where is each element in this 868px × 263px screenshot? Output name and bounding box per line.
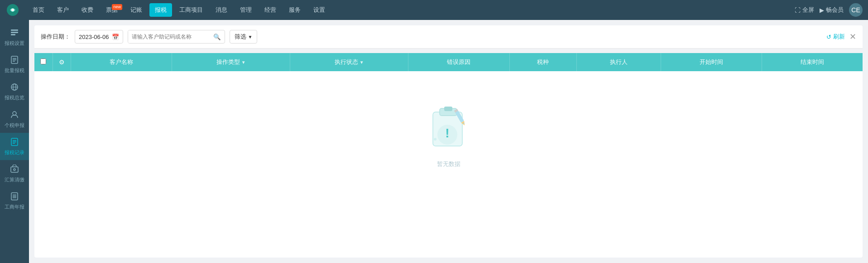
content-area: 操作日期： 2023-06-06 📅 🔍 筛选 ▼ ↺ 刷新 ✕ bbox=[29, 20, 868, 263]
sidebar-item-annual-report[interactable]: 工商年报 bbox=[0, 187, 29, 214]
nav-item-clients[interactable]: 客户 bbox=[52, 3, 74, 17]
svg-point-31 bbox=[434, 138, 436, 141]
date-label: 操作日期： bbox=[41, 33, 70, 41]
empty-state: ! 暂无数据 bbox=[34, 71, 863, 195]
nav-item-tax[interactable]: 报税 bbox=[149, 3, 172, 17]
sidebar-item-batch-tax[interactable]: 批量报税 bbox=[0, 51, 29, 78]
svg-point-32 bbox=[463, 122, 465, 124]
nav-item-settings[interactable]: 设置 bbox=[308, 3, 331, 17]
personal-tax-icon bbox=[10, 110, 19, 121]
svg-rect-2 bbox=[11, 29, 18, 31]
th-execStatus[interactable]: 执行状态▼ bbox=[290, 53, 408, 71]
search-button[interactable]: 🔍 bbox=[210, 30, 225, 43]
sidebar-item-label-batch-tax: 批量报税 bbox=[5, 68, 24, 73]
sidebar-item-label-settlement: 汇算清缴 bbox=[5, 177, 24, 183]
sidebar-item-personal-tax[interactable]: 个税申报 bbox=[0, 106, 29, 133]
filter-bar: 操作日期： 2023-06-06 📅 🔍 筛选 ▼ ↺ 刷新 ✕ bbox=[34, 25, 863, 49]
membership-icon: ▶ bbox=[820, 7, 824, 14]
nav-item-billing[interactable]: 收费 bbox=[76, 3, 99, 17]
batch-tax-icon bbox=[10, 55, 19, 66]
svg-point-12 bbox=[13, 112, 16, 115]
refresh-icon: ↺ bbox=[826, 34, 831, 40]
sidebar: 报税设置批量报税报税总览个税申报报税记录汇算清缴工商年报 bbox=[0, 20, 29, 263]
sidebar-item-label-personal-tax: 个税申报 bbox=[5, 122, 24, 128]
fullscreen-icon: ⛶ bbox=[795, 7, 801, 14]
close-button[interactable]: ✕ bbox=[849, 33, 856, 41]
app-logo[interactable] bbox=[5, 3, 20, 17]
search-box: 🔍 bbox=[128, 30, 225, 44]
svg-point-1 bbox=[11, 9, 14, 11]
avatar[interactable]: CE bbox=[849, 3, 863, 17]
calendar-icon: 📅 bbox=[112, 34, 119, 40]
th-errorReason: 错误原因 bbox=[408, 53, 510, 71]
tax-settings-icon bbox=[10, 28, 19, 39]
gear-icon[interactable]: ⚙ bbox=[59, 58, 65, 66]
th-endTime: 结束时间 bbox=[762, 53, 863, 71]
th-gear: ⚙ bbox=[53, 53, 71, 71]
th-clientName: 客户名称 bbox=[71, 53, 172, 71]
empty-text: 暂无数据 bbox=[437, 160, 460, 168]
search-icon: 🔍 bbox=[213, 34, 221, 40]
chevron-down-icon: ▼ bbox=[248, 34, 253, 39]
empty-illustration: ! bbox=[422, 98, 476, 153]
tax-summary-icon bbox=[10, 83, 19, 93]
nav-item-home[interactable]: 首页 bbox=[27, 3, 50, 17]
sidebar-item-settlement[interactable]: 汇算清缴 bbox=[0, 160, 29, 187]
nav-item-invoices[interactable]: 票据new bbox=[101, 3, 123, 17]
nav-item-finance[interactable]: 经营 bbox=[259, 3, 282, 17]
nav-item-bookkeeping[interactable]: 记账 bbox=[125, 3, 148, 17]
sidebar-item-label-tax-records: 报税记录 bbox=[5, 150, 24, 156]
tax-records-icon bbox=[10, 137, 19, 148]
membership-button[interactable]: ▶ 畅会员 bbox=[820, 6, 844, 14]
svg-rect-4 bbox=[11, 34, 15, 35]
table-body: ! 暂无数据 bbox=[34, 71, 863, 195]
sidebar-item-tax-records[interactable]: 报税记录 bbox=[0, 133, 29, 160]
th-operationType[interactable]: 操作类型▼ bbox=[172, 53, 290, 71]
sidebar-item-label-annual-report: 工商年报 bbox=[5, 204, 24, 210]
nav-item-messages[interactable]: 消息 bbox=[210, 3, 233, 17]
th-startTime: 开始时间 bbox=[661, 53, 762, 71]
nav-items: 首页客户收费票据new记账报税工商项目消息管理经营服务设置 bbox=[27, 3, 795, 17]
filter-right-actions: ↺ 刷新 ✕ bbox=[826, 33, 856, 41]
th-taxType: 税种 bbox=[509, 53, 576, 71]
data-table: ⚙客户名称操作类型▼执行状态▼错误原因税种执行人开始时间结束时间 ! bbox=[34, 53, 863, 195]
sidebar-item-tax-summary[interactable]: 报税总览 bbox=[0, 78, 29, 105]
sidebar-item-label-tax-settings: 报税设置 bbox=[5, 40, 24, 46]
sidebar-item-label-tax-summary: 报税总览 bbox=[5, 95, 24, 101]
svg-rect-25 bbox=[444, 107, 452, 111]
main-layout: 报税设置批量报税报税总览个税申报报税记录汇算清缴工商年报 操作日期： 2023-… bbox=[0, 20, 868, 263]
nav-item-business[interactable]: 工商项目 bbox=[174, 3, 208, 17]
svg-rect-17 bbox=[11, 167, 18, 172]
svg-text:!: ! bbox=[445, 126, 449, 140]
top-nav-right: ⛶ 全屏 ▶ 畅会员 CE bbox=[795, 3, 863, 17]
sort-icon-execStatus: ▼ bbox=[360, 60, 364, 65]
nav-item-service[interactable]: 服务 bbox=[283, 3, 306, 17]
table-container: ⚙客户名称操作类型▼执行状态▼错误原因税种执行人开始时间结束时间 ! bbox=[34, 53, 863, 258]
search-input[interactable] bbox=[128, 30, 210, 43]
table-header: ⚙客户名称操作类型▼执行状态▼错误原因税种执行人开始时间结束时间 bbox=[34, 53, 863, 71]
annual-report-icon bbox=[10, 192, 19, 202]
fullscreen-button[interactable]: ⛶ 全屏 bbox=[795, 6, 814, 14]
top-navigation: 首页客户收费票据new记账报税工商项目消息管理经营服务设置 ⛶ 全屏 ▶ 畅会员… bbox=[0, 0, 868, 20]
header-row: ⚙客户名称操作类型▼执行状态▼错误原因税种执行人开始时间结束时间 bbox=[34, 53, 863, 71]
date-picker[interactable]: 2023-06-06 📅 bbox=[75, 30, 123, 44]
th-executor: 执行人 bbox=[576, 53, 661, 71]
th-checkbox bbox=[34, 53, 53, 71]
nav-badge: new bbox=[112, 4, 122, 10]
sidebar-item-tax-settings[interactable]: 报税设置 bbox=[0, 24, 29, 51]
filter-button[interactable]: 筛选 ▼ bbox=[230, 30, 258, 44]
select-all-checkbox[interactable] bbox=[40, 58, 46, 64]
nav-item-admin[interactable]: 管理 bbox=[235, 3, 257, 17]
sort-icon-operationType: ▼ bbox=[241, 60, 246, 65]
svg-point-18 bbox=[14, 169, 15, 170]
refresh-button[interactable]: ↺ 刷新 bbox=[826, 33, 845, 41]
settlement-icon bbox=[10, 165, 19, 175]
date-value: 2023-06-06 bbox=[79, 34, 109, 40]
svg-rect-3 bbox=[11, 32, 18, 33]
